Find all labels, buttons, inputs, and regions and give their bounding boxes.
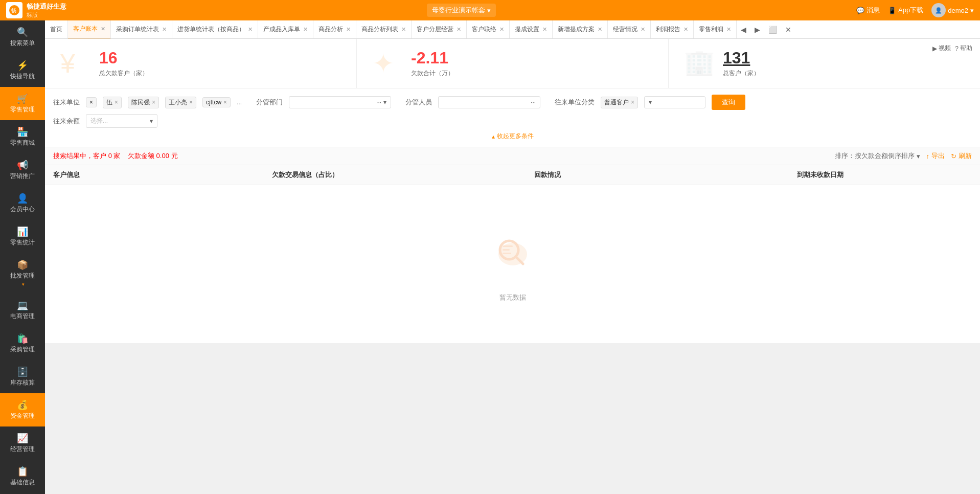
col-header-customer: 客户信息 <box>53 170 272 179</box>
collapse-button[interactable]: 收起更多条件 <box>492 132 534 141</box>
category-chevron-icon <box>649 99 652 106</box>
sort-select[interactable]: 排序：按欠款金额倒序排序 <box>835 151 920 161</box>
sidebar-item-ecommerce[interactable]: 💻 电商管理 <box>0 294 45 327</box>
user-menu[interactable]: 👤 demo2 <box>931 3 974 17</box>
marketing-icon: 📢 <box>4 160 41 171</box>
sidebar-item-search[interactable]: 🔍 搜索菜单 <box>0 20 45 54</box>
basic-icon: 📋 <box>4 466 41 477</box>
stat-help-btn[interactable]: ? 帮助 <box>955 44 972 53</box>
help-icon: ? <box>955 45 959 52</box>
tab-business-status-close[interactable]: ✕ <box>641 26 645 33</box>
tab-commission-settings-close[interactable]: ✕ <box>542 26 547 33</box>
sidebar-item-retail-mall[interactable]: 🏪 零售商城 <box>0 120 45 153</box>
person-select[interactable]: ··· <box>438 96 540 108</box>
stat-customers-value: 16 <box>99 49 148 67</box>
filter-tag-chen-remove[interactable]: × <box>152 99 155 106</box>
query-button[interactable]: 查询 <box>712 95 745 110</box>
filter-tag-wu-label: 伍 <box>106 98 112 107</box>
sort-chevron-icon <box>917 152 920 160</box>
tab-purchase-order-close[interactable]: ✕ <box>162 26 167 33</box>
tab-business-status[interactable]: 经营情况 ✕ <box>608 20 651 39</box>
empty-state: 暂无数据 <box>45 185 980 343</box>
sidebar-item-finance[interactable]: 💰 资金管理 <box>0 393 45 426</box>
tab-profit-report-close[interactable]: ✕ <box>683 26 688 33</box>
avatar-text: 👤 <box>935 7 942 14</box>
sidebar-item-wholesale[interactable]: 📦 批发管理 ▾ <box>0 253 45 294</box>
tab-purchase-order-label: 采购订单统计表 <box>116 25 159 34</box>
collapse-label: 收起更多条件 <box>497 132 534 141</box>
filter-tag-category-remove[interactable]: × <box>631 99 634 106</box>
filter-unit-more[interactable]: ... <box>237 99 242 106</box>
tab-new-commission-close[interactable]: ✕ <box>598 26 602 33</box>
sort-label: 排序：按欠款金额倒序排序 <box>835 151 915 161</box>
app-download-label: App下载 <box>898 6 923 15</box>
sidebar-item-basic[interactable]: 📋 基础信息 <box>0 460 45 493</box>
company-selector[interactable]: 母婴行业演示帐套 <box>427 4 496 17</box>
tab-commission-settings-label: 提成设置 <box>515 25 539 34</box>
tab-production-stock[interactable]: 产成品入库单 ✕ <box>258 20 313 39</box>
sidebar-item-marketing[interactable]: 📢 营销推广 <box>0 153 45 187</box>
tab-home[interactable]: 首页 <box>45 20 68 39</box>
quicknav-icon: ⚡ <box>4 60 41 71</box>
sidebar-item-member[interactable]: 👤 会员中心 <box>0 187 45 220</box>
messages-button[interactable]: 💬 消息 <box>856 6 880 15</box>
tab-retail-profit[interactable]: 零售利润 ✕ <box>694 20 737 39</box>
dept-select[interactable]: ··· <box>289 96 391 108</box>
filter-tag-cjttcw-remove[interactable]: × <box>223 99 227 106</box>
tab-customer-ledger-close[interactable]: ✕ <box>101 26 105 32</box>
tab-scroll-right[interactable]: ▶ <box>750 20 764 39</box>
filter-tag-wu-remove[interactable]: × <box>115 99 118 106</box>
tab-profit-report[interactable]: 利润报告 ✕ <box>651 20 694 39</box>
sidebar-label-retail: 零售管理 <box>4 105 41 114</box>
tab-new-commission-label: 新增提成方案 <box>558 25 595 34</box>
stat-help-buttons: ▶ 视频 ? 帮助 <box>932 44 972 53</box>
filter-tag-unit-all-label: × <box>89 99 93 106</box>
sidebar-item-quicknav[interactable]: ⚡ 快捷导航 <box>0 54 45 87</box>
sidebar-label-inventory: 库存核算 <box>4 378 41 387</box>
tab-purchase-stats-close[interactable]: ✕ <box>248 26 253 33</box>
top-bar-right: 💬 消息 📱 App下载 👤 demo2 <box>856 3 974 17</box>
svg-rect-6 <box>503 249 510 251</box>
top-bar-center: 母婴行业演示帐套 <box>427 4 496 17</box>
filter-tag-wang-remove[interactable]: × <box>189 99 193 106</box>
tab-customer-ledger[interactable]: 客户账本 ✕ <box>68 20 111 39</box>
balance-select[interactable]: 选择... <box>86 114 157 128</box>
app-download-button[interactable]: 📱 App下载 <box>888 6 923 15</box>
dept-expand-icon: ··· <box>376 99 381 106</box>
tab-product-analysis-close[interactable]: ✕ <box>346 26 351 33</box>
sidebar-item-operation[interactable]: 📈 经营管理 <box>0 426 45 460</box>
user-name: demo2 <box>948 7 968 14</box>
tab-product-analysis[interactable]: 商品分析 ✕ <box>313 20 356 39</box>
sidebar-item-retail-stats[interactable]: 📊 零售统计 <box>0 220 45 253</box>
sidebar-item-inventory[interactable]: 🗄️ 库存核算 <box>0 360 45 393</box>
tab-production-stock-close[interactable]: ✕ <box>303 26 308 33</box>
refresh-label: 刷新 <box>959 151 972 161</box>
sidebar-item-retail[interactable]: 🛒 零售管理 <box>0 87 45 120</box>
filter-tag-category-label: 普通客户 <box>604 98 629 107</box>
result-info: 搜索结果中，客户 0 家 欠款金额 0.00 元 <box>53 151 178 161</box>
tab-new-commission[interactable]: 新增提成方案 ✕ <box>553 20 608 39</box>
dept-chevron-icon <box>383 99 386 106</box>
tab-customer-tier-close[interactable]: ✕ <box>457 26 461 33</box>
tab-customer-tier[interactable]: 客户分层经营 ✕ <box>412 20 467 39</box>
sidebar-item-purchase[interactable]: 🛍️ 采购管理 <box>0 327 45 360</box>
tab-customer-contact[interactable]: 客户联络 ✕ <box>467 20 510 39</box>
table-wrapper: 客户信息 欠款交易信息（占比） 回款情况 到期未收款日期 <box>45 165 980 343</box>
tab-close-all[interactable]: ✕ <box>781 20 795 39</box>
tab-maximize[interactable]: ⬜ <box>764 20 781 39</box>
category-select[interactable] <box>644 96 705 108</box>
tab-customer-contact-close[interactable]: ✕ <box>499 26 504 33</box>
tab-purchase-stats[interactable]: 进货单统计表（按商品） ✕ <box>172 20 258 39</box>
tab-scroll-left[interactable]: ◀ <box>737 20 750 39</box>
result-bar: 搜索结果中，客户 0 家 欠款金额 0.00 元 排序：按欠款金额倒序排序 <box>45 147 980 165</box>
stat-customers-main: 16 总欠款客户（家） <box>99 49 148 78</box>
refresh-button[interactable]: ↻ 刷新 <box>951 151 972 161</box>
tab-product-analysis-list-close[interactable]: ✕ <box>401 26 406 33</box>
tab-purchase-order[interactable]: 采购订单统计表 ✕ <box>111 20 172 39</box>
tab-retail-profit-close[interactable]: ✕ <box>726 26 731 33</box>
export-button[interactable]: ↑ 导出 <box>926 151 945 161</box>
stat-video-btn[interactable]: ▶ 视频 <box>932 44 951 53</box>
tab-product-analysis-list[interactable]: 商品分析列表 ✕ <box>356 20 412 39</box>
debt-value: 0.00 <box>156 152 169 160</box>
tab-commission-settings[interactable]: 提成设置 ✕ <box>510 20 553 39</box>
